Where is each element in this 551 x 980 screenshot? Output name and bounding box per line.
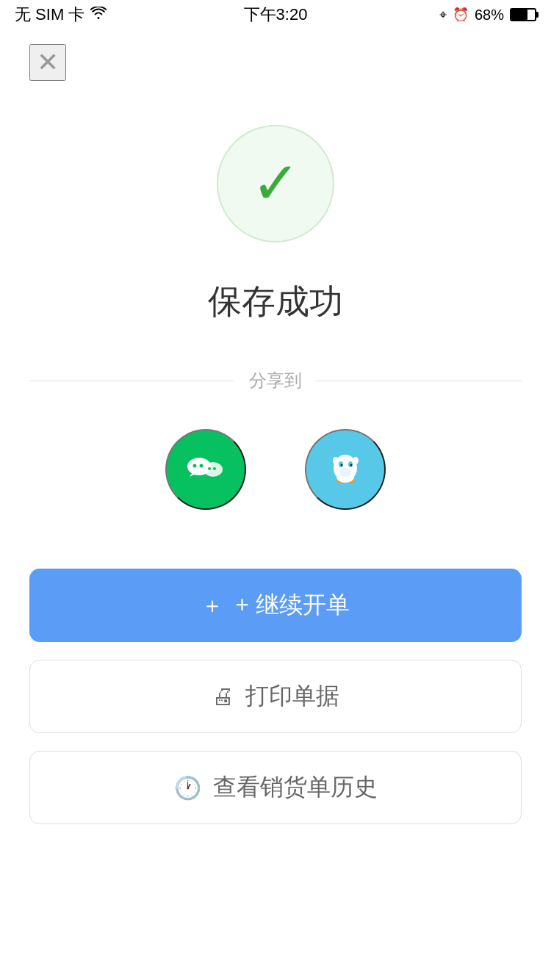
success-title: 保存成功	[208, 279, 343, 325]
svg-point-4	[208, 467, 211, 470]
print-icon: 🖨	[212, 684, 234, 709]
svg-point-15	[339, 468, 351, 477]
battery-icon	[510, 8, 536, 21]
svg-point-9	[340, 464, 342, 466]
action-buttons: ＋ + 继续开单 🖨 打印单据 🕐 查看销货单历史	[29, 569, 522, 824]
svg-point-17	[353, 457, 359, 464]
share-divider: 分享到	[29, 369, 522, 392]
continue-order-label: + 继续开单	[235, 589, 350, 621]
svg-point-10	[350, 464, 352, 466]
divider-line-right	[317, 381, 522, 381]
svg-point-2	[192, 464, 196, 467]
history-label: 查看销货单历史	[213, 771, 378, 804]
main-content: ✕ ✓ 保存成功 分享到	[0, 29, 551, 868]
carrier-text: 无 SIM 卡	[15, 4, 84, 26]
success-circle: ✓	[217, 125, 334, 242]
divider-line-left	[29, 381, 234, 381]
share-icons-container	[165, 429, 386, 510]
share-label: 分享到	[249, 369, 302, 392]
print-button[interactable]: 🖨 打印单据	[29, 660, 522, 733]
close-button[interactable]: ✕	[29, 44, 66, 81]
checkmark-icon: ✓	[251, 154, 300, 213]
svg-point-16	[333, 457, 339, 464]
location-icon: ⌖	[439, 7, 447, 23]
plus-icon: ＋	[201, 591, 223, 621]
svg-point-3	[199, 464, 203, 467]
print-label: 打印单据	[245, 680, 339, 713]
status-time: 下午3:20	[244, 4, 308, 26]
svg-point-5	[213, 467, 216, 470]
qq-icon	[322, 446, 370, 494]
wifi-icon	[90, 5, 107, 24]
status-left: 无 SIM 卡	[15, 4, 107, 26]
continue-order-button[interactable]: ＋ + 继续开单	[29, 569, 522, 642]
status-right: ⌖ ⏰ 68%	[439, 7, 536, 24]
history-icon: 🕐	[174, 775, 201, 801]
svg-point-1	[204, 462, 223, 477]
qq-share-button[interactable]	[305, 429, 386, 510]
battery-text: 68%	[475, 7, 504, 24]
alarm-icon: ⏰	[453, 7, 469, 23]
close-icon: ✕	[37, 49, 59, 76]
wechat-icon	[182, 446, 230, 494]
status-bar: 无 SIM 卡 下午3:20 ⌖ ⏰ 68%	[0, 0, 551, 29]
history-button[interactable]: 🕐 查看销货单历史	[29, 751, 522, 824]
wechat-share-button[interactable]	[165, 429, 246, 510]
